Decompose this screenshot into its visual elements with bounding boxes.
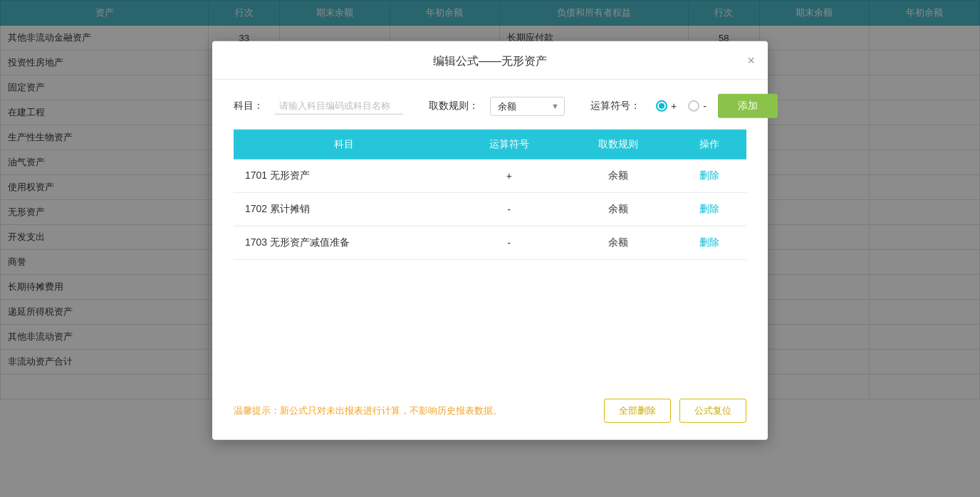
op-minus-label: - bbox=[703, 100, 707, 112]
modal-header: 编辑公式——无形资产 × bbox=[212, 41, 768, 80]
close-icon[interactable]: × bbox=[747, 53, 755, 66]
radio-unchecked-icon bbox=[688, 100, 699, 112]
rule-label: 取数规则： bbox=[429, 100, 479, 113]
delete-button[interactable]: 删除 bbox=[699, 203, 719, 214]
col-header-rule: 取数规则 bbox=[563, 130, 672, 159]
operator-radio-group: + - bbox=[656, 100, 707, 112]
formula-table-wrapper: 科目 运算符号 取数规则 操作 1701 无形资产 + 余额 删除 1702 累… bbox=[212, 130, 768, 384]
subject-label: 科目： bbox=[234, 100, 264, 113]
subject-cell: 1701 无形资产 bbox=[234, 159, 455, 193]
rule-cell: 余额 bbox=[563, 226, 672, 259]
edit-formula-modal: 编辑公式——无形资产 × 科目： 取数规则： 余额 借方发生额 贷方发生额 ▼ … bbox=[212, 41, 768, 440]
op-cell: - bbox=[455, 192, 564, 226]
col-header-action: 操作 bbox=[672, 130, 746, 159]
delete-button[interactable]: 删除 bbox=[699, 169, 719, 181]
op-cell: + bbox=[455, 159, 564, 193]
col-header-op: 运算符号 bbox=[455, 130, 564, 159]
op-plus-radio[interactable]: + bbox=[656, 100, 677, 112]
table-row: 1702 累计摊销 - 余额 删除 bbox=[234, 192, 746, 226]
subject-cell: 1703 无形资产减值准备 bbox=[234, 226, 455, 259]
op-plus-label: + bbox=[671, 100, 677, 112]
subject-cell: 1702 累计摊销 bbox=[234, 192, 455, 226]
table-row: 1701 无形资产 + 余额 删除 bbox=[234, 159, 746, 193]
rule-cell: 余额 bbox=[563, 192, 672, 226]
footer-hint: 温馨提示：新公式只对未出报表进行计算，不影响历史报表数据。 bbox=[234, 404, 502, 417]
action-cell: 删除 bbox=[672, 192, 746, 226]
op-minus-radio[interactable]: - bbox=[688, 100, 707, 112]
delete-all-button[interactable]: 全部删除 bbox=[604, 399, 671, 423]
modal-footer: 温馨提示：新公式只对未出报表进行计算，不影响历史报表数据。 全部删除 公式复位 bbox=[212, 384, 768, 440]
radio-checked-icon bbox=[656, 100, 667, 112]
op-cell: - bbox=[455, 226, 564, 259]
action-cell: 删除 bbox=[672, 226, 746, 259]
rule-select-wrapper: 余额 借方发生额 贷方发生额 ▼ bbox=[490, 96, 565, 115]
reset-formula-button[interactable]: 公式复位 bbox=[679, 399, 746, 423]
table-row: 1703 无形资产减值准备 - 余额 删除 bbox=[234, 226, 746, 259]
rule-select[interactable]: 余额 借方发生额 贷方发生额 bbox=[490, 96, 565, 115]
formula-table: 科目 运算符号 取数规则 操作 1701 无形资产 + 余额 删除 1702 累… bbox=[234, 130, 746, 260]
delete-button[interactable]: 删除 bbox=[699, 236, 719, 248]
rule-cell: 余额 bbox=[563, 159, 672, 193]
action-cell: 删除 bbox=[672, 159, 746, 193]
form-row: 科目： 取数规则： 余额 借方发生额 贷方发生额 ▼ 运算符号： + - 添加 bbox=[212, 80, 768, 130]
subject-input[interactable] bbox=[275, 98, 403, 115]
col-header-subject: 科目 bbox=[234, 130, 455, 159]
modal-title: 编辑公式——无形资产 bbox=[433, 54, 547, 69]
table-header-row: 科目 运算符号 取数规则 操作 bbox=[234, 130, 746, 159]
footer-buttons: 全部删除 公式复位 bbox=[604, 399, 746, 423]
add-button[interactable]: 添加 bbox=[718, 94, 778, 118]
op-label: 运算符号： bbox=[590, 100, 640, 113]
